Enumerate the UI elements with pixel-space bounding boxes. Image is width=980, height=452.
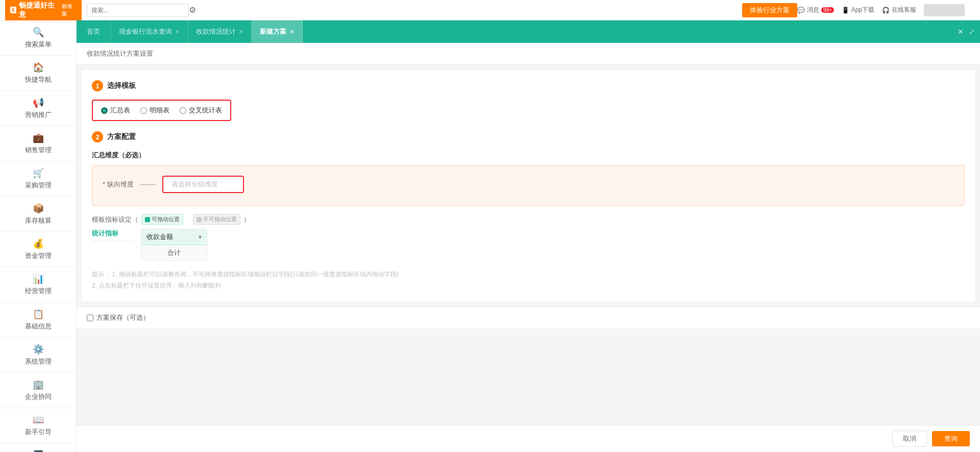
step2-num: 2 [92, 131, 103, 142]
sidebar-item-purchase-label: 采购管理 [25, 181, 52, 190]
window-maximize-icon[interactable]: ⤢ [969, 28, 975, 36]
tab-cashflow-close[interactable]: × [175, 28, 179, 36]
home-icon: 🏠 [33, 62, 44, 73]
hardware-icon: 🖥️ [33, 449, 44, 452]
save-checkbox-label[interactable]: 方案保存（可选） [87, 313, 150, 322]
form-section: 1 选择模板 汇总表 明细表 [82, 70, 975, 301]
save-checkbox[interactable] [87, 315, 93, 321]
radio-summary-label: 汇总表 [110, 106, 130, 115]
sidebar-item-management[interactable]: 📊 经营管理 [0, 267, 76, 302]
finance-icon: 💰 [33, 238, 44, 249]
gear-icon[interactable]: ⚙ [189, 5, 196, 15]
tab-cashflow-label: 现金银行流水查询 [119, 27, 172, 36]
radio-detail[interactable]: 明细表 [140, 106, 169, 115]
dimension-area: * 纵向维度 —— 请选择分组维度 [92, 165, 965, 206]
sidebar-item-inventory-label: 库存核算 [25, 216, 52, 225]
step1-num: 1 [92, 80, 103, 91]
service-icon: 🎧 [882, 7, 890, 14]
topbar-actions: 💬 消息 99+ 📱 App下载 🎧 在线客服 [797, 4, 965, 16]
metrics-header: 收款金额 ▾ [141, 229, 207, 245]
tab-bar: 首页 现金银行流水查询 × 收款情况统计 × 新建方案 × ✕ ⤢ [77, 20, 980, 43]
draggable-dot [145, 217, 150, 222]
page-content: 收款情况统计方案设置 1 选择模板 汇总表 [77, 43, 980, 425]
enterprise-icon: 🏢 [33, 379, 44, 390]
sidebar-item-system[interactable]: ⚙️ 系统管理 [0, 338, 76, 373]
metrics-row: 合计 [141, 245, 207, 260]
sidebar-item-finance[interactable]: 💰 资金管理 [0, 232, 76, 267]
template-select-group: 汇总表 明细表 交叉统计表 [92, 100, 231, 121]
window-controls: ✕ ⤢ [952, 20, 980, 43]
sidebar-item-basics-label: 基础信息 [25, 322, 52, 331]
sidebar-item-hardware[interactable]: 🖥️ 智能硬件 [0, 443, 76, 452]
window-close-icon[interactable]: ✕ [958, 28, 964, 36]
sidebar-item-search-label: 搜索菜单 [25, 40, 52, 49]
radio-summary[interactable]: 汇总表 [101, 106, 130, 115]
sidebar-item-guide[interactable]: 📖 新手引导 [0, 408, 76, 443]
tab-receipts[interactable]: 收款情况统计 × [188, 20, 252, 43]
tab-new-plan-label: 新建方案 [260, 27, 286, 36]
metrics-table: 收款金额 ▾ 合计 [141, 229, 207, 261]
hint-line-2: 2. 点击标题栏下拉可设置排序、插入列和删除列 [92, 280, 965, 292]
online-service-btn[interactable]: 🎧 在线客服 [882, 6, 916, 14]
sidebar-item-guide-label: 新手引导 [25, 427, 52, 437]
sidebar-item-search[interactable]: 🔍 搜索菜单 [0, 20, 76, 56]
sidebar-item-management-label: 经营管理 [25, 287, 52, 296]
sidebar-item-marketing-label: 营销推广 [25, 110, 52, 120]
sidebar-item-purchase[interactable]: 🛒 采购管理 [0, 161, 76, 197]
sidebar-item-nav-label: 快捷导航 [25, 75, 52, 84]
sidebar-item-system-label: 系统管理 [25, 357, 52, 366]
query-button[interactable]: 查询 [932, 431, 970, 446]
dimension-row: * 纵向维度 —— 请选择分组维度 [103, 176, 954, 193]
category-column: 统计指标 [92, 229, 133, 261]
sidebar-item-enterprise[interactable]: 🏢 企业协同 [0, 373, 76, 408]
management-icon: 📊 [33, 273, 44, 284]
page-header: 收款情况统计方案设置 [77, 43, 980, 65]
radio-cross-label: 交叉统计表 [189, 106, 222, 115]
step1-title: 1 选择模板 [92, 80, 965, 91]
trial-industry-btn[interactable]: 体验行业方案 [742, 3, 797, 17]
draggable-tag: 可拖动位置 [141, 214, 183, 225]
metrics-separator [186, 216, 190, 223]
sidebar-item-sales[interactable]: 💼 销售管理 [0, 126, 76, 161]
inventory-icon: 📦 [33, 203, 44, 214]
page-footer: 方案保存（可选） [77, 306, 980, 328]
radio-cross-input[interactable] [180, 107, 186, 114]
radio-cross[interactable]: 交叉统计表 [180, 106, 222, 115]
tab-new-plan-close[interactable]: × [289, 28, 293, 36]
sidebar-item-basics[interactable]: 📋 基础信息 [0, 302, 76, 338]
sidebar-item-marketing[interactable]: 📢 营销推广 [0, 91, 76, 126]
user-avatar [924, 4, 965, 16]
cancel-button[interactable]: 取消 [892, 431, 927, 447]
non-draggable-tag: 不可拖动位置 [193, 214, 240, 225]
metrics-config-label: 模板指标设定（ 可拖动位置 不可拖动位置 ） [92, 214, 965, 225]
tab-cashflow[interactable]: 现金银行流水查询 × [111, 20, 188, 43]
dimension-select-box[interactable]: 请选择分组维度 [162, 176, 244, 193]
marketing-icon: 📢 [33, 97, 44, 108]
metrics-category-title: 统计指标 [92, 229, 133, 242]
content-area: 首页 现金银行流水查询 × 收款情况统计 × 新建方案 × ✕ ⤢ [77, 20, 980, 452]
tab-home[interactable]: 首页 [77, 20, 111, 43]
service-label: 在线客服 [892, 6, 916, 14]
notification-btn[interactable]: 💬 消息 99+ [797, 6, 834, 14]
sidebar-item-finance-label: 资金管理 [25, 251, 52, 260]
sidebar-item-sales-label: 销售管理 [25, 146, 52, 155]
sidebar-item-inventory[interactable]: 📦 库存核算 [0, 197, 76, 232]
guide-icon: 📖 [33, 414, 44, 425]
tab-receipts-close[interactable]: × [239, 28, 243, 36]
dimension-subtitle: 汇总维度（必选） [92, 151, 965, 160]
app-download-btn[interactable]: 📱 App下载 [842, 6, 874, 14]
radio-summary-input[interactable] [101, 107, 108, 114]
non-draggable-dot [197, 217, 202, 222]
system-icon: ⚙️ [33, 344, 44, 355]
app-edition: 标准版 [62, 3, 77, 17]
metrics-layout: 统计指标 收款金额 ▾ 合计 [92, 229, 965, 261]
hint-text: 提示： 1. 拖动标题栏可以调整布局，不可跨维度或指标区域拖动栏目字段(只能在同… [92, 269, 965, 291]
radio-detail-input[interactable] [140, 107, 147, 114]
dropdown-icon[interactable]: ▾ [199, 233, 202, 241]
step1-label: 选择模板 [107, 81, 136, 90]
radio-detail-label: 明细表 [150, 106, 169, 115]
sidebar: 🔍 搜索菜单 🏠 快捷导航 📢 营销推广 💼 销售管理 🛒 采购管理 📦 库存核… [0, 20, 77, 452]
sidebar-item-nav[interactable]: 🏠 快捷导航 [0, 56, 76, 91]
search-input[interactable] [87, 4, 189, 17]
tab-new-plan[interactable]: 新建方案 × [252, 20, 302, 43]
